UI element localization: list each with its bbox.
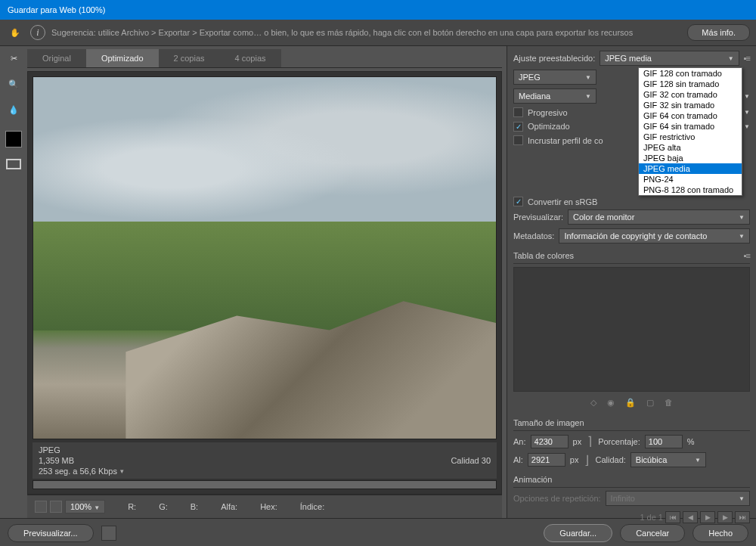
preset-option[interactable]: GIF 128 con tramado (639, 68, 742, 79)
link-dimensions-icon-2[interactable]: ⌋ (583, 453, 590, 467)
hint-text: Sugerencia: utilice Archivo > Exportar >… (51, 28, 681, 37)
preset-option[interactable]: GIF 64 sin tramado (639, 121, 742, 132)
preset-menu-icon[interactable]: ▪≡ (744, 54, 750, 63)
readout-alfa: Alfa: (221, 502, 237, 511)
more-info-button[interactable]: Más info. (687, 24, 750, 41)
preview-info-bar: JPEG 1,359 MB 253 seg. a 56,6 Kbps▾ Cali… (33, 442, 497, 479)
convert-srgb-label: Convertir en sRGB (528, 197, 597, 206)
optimized-checkbox[interactable]: ✓ (513, 122, 523, 132)
preset-label: Ajuste preestablecido: (513, 54, 595, 63)
readout-b: B: (191, 502, 198, 511)
info-icon: i (30, 25, 45, 40)
animation-title: Animación (513, 472, 750, 488)
color-table-toolbar: ◇ ◉ 🔒 ▢ 🗑 (513, 395, 750, 411)
anim-prev-icon: ◀ (683, 511, 698, 523)
layout-btn-1[interactable] (35, 501, 47, 513)
info-time: 253 seg. a 56,6 Kbps▾ (39, 467, 124, 476)
tab-4up[interactable]: 4 copias (220, 49, 281, 67)
hand-tool-icon[interactable]: ✋ (6, 23, 24, 42)
foreground-color-swatch[interactable] (5, 131, 22, 147)
preview-area: Original Optimizado 2 copias 4 copias JP… (27, 46, 507, 518)
settings-panel: Ajuste preestablecido: JPEG media▼ ▪≡ GI… (507, 46, 756, 518)
hint-bar: ✋ i Sugerencia: utilice Archivo > Export… (0, 20, 756, 46)
title-bar: Guardar para Web (100%) (0, 0, 756, 20)
info-format: JPEG (39, 445, 124, 454)
embed-profile-checkbox[interactable] (513, 135, 523, 145)
ct-icon-1[interactable]: ◇ (590, 398, 596, 408)
readout-index: Índice: (300, 502, 324, 511)
metadata-select[interactable]: Información de copyright y de contacto▼ (559, 228, 750, 244)
image-preview[interactable] (33, 76, 497, 439)
preset-option[interactable]: JPEG baja (639, 153, 742, 163)
loop-label: Opciones de repetición: (513, 494, 601, 503)
preset-option[interactable]: GIF 128 sin tramado (639, 79, 742, 89)
preset-option[interactable]: PNG-8 128 con tramado (639, 185, 742, 195)
slice-tool-icon[interactable]: ✂ (5, 49, 23, 67)
resample-label: Calidad: (595, 455, 625, 464)
percent-input[interactable] (645, 435, 683, 448)
link-dimensions-icon[interactable]: ⌉ (586, 434, 593, 448)
preset-option[interactable]: PNG-24 (639, 174, 742, 185)
preset-dropdown-list: GIF 128 con tramadoGIF 128 sin tramadoGI… (638, 67, 742, 196)
zoom-tool-icon[interactable]: 🔍 (5, 75, 23, 93)
quality-preset-select[interactable]: Mediana▼ (513, 88, 596, 104)
color-table-title: Tabla de colores▪≡ (513, 248, 750, 264)
convert-srgb-checkbox[interactable]: ✓ (513, 197, 523, 206)
anim-play-icon: ▶ (700, 511, 715, 523)
browser-icon[interactable] (101, 526, 116, 541)
save-button[interactable]: Guardar... (544, 524, 612, 542)
progressive-checkbox[interactable] (513, 107, 523, 117)
preset-option[interactable]: GIF 32 con tramado (639, 89, 742, 100)
slice-visibility-icon[interactable] (5, 155, 23, 173)
ct-icon-2[interactable]: ◉ (607, 398, 615, 408)
readout-bar: 100% ▼ R: G: B: Alfa: Hex: Índice: (27, 495, 502, 518)
window-title: Guardar para Web (100%) (8, 5, 105, 14)
metadata-label: Metadatos: (513, 231, 554, 240)
eyedropper-tool-icon[interactable]: 💧 (5, 101, 23, 119)
color-table (513, 267, 750, 392)
preset-option[interactable]: JPEG media (639, 163, 742, 174)
preview-button[interactable]: Previsualizar... (8, 524, 94, 542)
preset-option[interactable]: GIF 32 sin tramado (639, 100, 742, 110)
preset-option[interactable]: JPEG alta (639, 142, 742, 153)
tab-optimized[interactable]: Optimizado (86, 49, 159, 67)
info-quality: Calidad 30 (451, 445, 491, 476)
preset-option[interactable]: GIF restrictivo (639, 132, 742, 142)
format-select[interactable]: JPEG▼ (513, 70, 596, 85)
percent-label: Porcentaje: (598, 437, 640, 446)
progressive-label: Progresivo (528, 108, 568, 117)
optimized-label: Optimizado (528, 122, 570, 131)
image-size-title: Tamaño de imagen (513, 415, 750, 431)
ct-icon-4[interactable]: ▢ (646, 398, 654, 408)
tab-original[interactable]: Original (27, 49, 86, 67)
lock-icon[interactable]: 🔒 (625, 398, 636, 408)
horizontal-scrollbar[interactable] (33, 480, 497, 489)
embed-profile-label: Incrustar perfil de co (528, 136, 603, 145)
view-tabs: Original Optimizado 2 copias 4 copias (27, 49, 502, 68)
loop-select: Infinito▼ (606, 491, 750, 506)
width-input[interactable] (531, 435, 569, 448)
left-toolbar: ✂ 🔍 💧 (0, 46, 27, 518)
preset-option[interactable]: GIF 64 con tramado (639, 110, 742, 121)
anim-first-icon: ⏮ (665, 511, 680, 523)
preview-select[interactable]: Color de monitor▼ (568, 209, 750, 225)
preview-label: Previsualizar: (513, 213, 563, 222)
frame-counter: 1 de 1 (640, 513, 663, 522)
layout-btn-2[interactable] (50, 501, 62, 513)
cancel-button[interactable]: Cancelar (620, 524, 685, 542)
readout-hex: Hex: (260, 502, 277, 511)
preset-select[interactable]: JPEG media▼ (600, 51, 739, 66)
done-button[interactable]: Hecho (692, 524, 748, 542)
readout-g: G: (159, 502, 168, 511)
height-label: Al: (513, 455, 523, 464)
trash-icon[interactable]: 🗑 (665, 398, 673, 408)
readout-r: R: (128, 502, 136, 511)
width-label: An: (513, 437, 526, 446)
resample-select[interactable]: Bicúbica▼ (631, 452, 706, 467)
height-input[interactable] (528, 453, 565, 467)
tab-2up[interactable]: 2 copias (159, 49, 220, 67)
anim-next-icon: ▶ (717, 511, 733, 523)
zoom-select[interactable]: 100% ▼ (65, 500, 105, 513)
color-table-menu-icon[interactable]: ▪≡ (744, 251, 750, 260)
info-size: 1,359 MB (39, 456, 124, 465)
